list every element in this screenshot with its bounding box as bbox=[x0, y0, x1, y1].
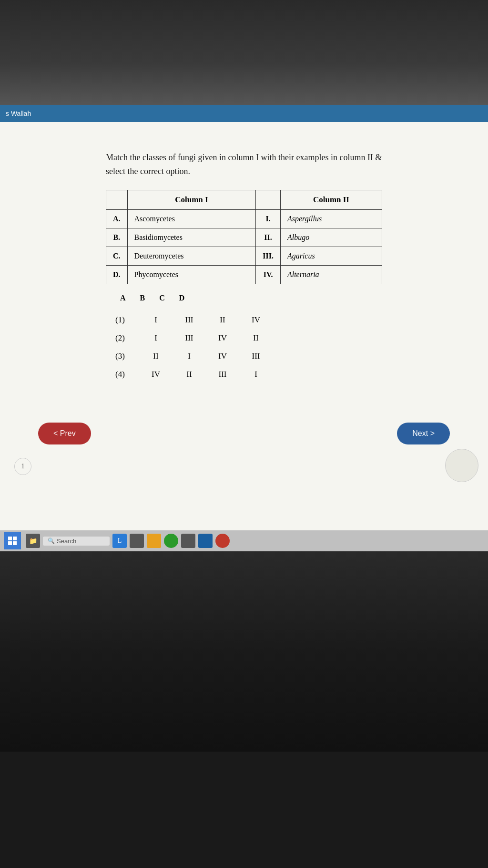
question-container: Match the classes of fungi given in colu… bbox=[96, 141, 392, 413]
svg-rect-1 bbox=[13, 537, 17, 540]
row-num: IV. bbox=[256, 265, 281, 284]
browser-bar: s Wallah bbox=[0, 105, 488, 122]
abcd-row: A B C D bbox=[120, 294, 382, 302]
taskbar-app-icon4[interactable] bbox=[147, 534, 161, 548]
option-row-2[interactable]: (2) I III IV II bbox=[115, 330, 382, 346]
question-text: Match the classes of fungi given in colu… bbox=[106, 151, 382, 178]
table-header-col2: Column II bbox=[280, 190, 382, 209]
row-num: I. bbox=[256, 209, 281, 228]
content-area: Match the classes of fungi given in colu… bbox=[0, 122, 488, 551]
option-val-c: IV bbox=[213, 330, 232, 346]
option-val-d: I bbox=[246, 366, 265, 382]
right-decoration bbox=[445, 449, 478, 482]
option-number: (3) bbox=[115, 348, 132, 364]
row-col2: Agaricus bbox=[280, 247, 382, 265]
table-row: C. Deuteromycetes III. Agaricus bbox=[106, 247, 382, 265]
row-letter: C. bbox=[106, 247, 128, 265]
next-button[interactable]: Next > bbox=[397, 423, 450, 444]
col-b-label: B bbox=[140, 294, 145, 302]
taskbar-app-icon5[interactable] bbox=[164, 534, 178, 548]
top-dark-area bbox=[0, 0, 488, 105]
taskbar-app-icon3[interactable] bbox=[130, 534, 144, 548]
option-val-c: III bbox=[213, 366, 232, 382]
option-row-4[interactable]: (4) IV II III I bbox=[115, 366, 382, 382]
option-val-d: II bbox=[246, 330, 265, 346]
row-col2: Aspergillus bbox=[280, 209, 382, 228]
option-val-a: I bbox=[146, 312, 165, 328]
table-header-blank2 bbox=[256, 190, 281, 209]
col-a-label: A bbox=[120, 294, 126, 302]
taskbar-search-box[interactable]: 🔍 Search bbox=[43, 537, 110, 546]
search-icon: 🔍 bbox=[48, 537, 55, 545]
option-val-a: I bbox=[146, 330, 165, 346]
row-col1: Phycomycetes bbox=[127, 265, 256, 284]
nav-buttons: < Prev Next > bbox=[0, 413, 488, 454]
option-row-1[interactable]: (1) I III II IV bbox=[115, 312, 382, 328]
svg-rect-3 bbox=[13, 541, 17, 545]
taskbar-app-icon6[interactable] bbox=[181, 534, 195, 548]
option-val-c: IV bbox=[213, 348, 232, 364]
prev-label: < Prev bbox=[53, 429, 76, 438]
row-col2: Albugo bbox=[280, 228, 382, 247]
table-row: B. Basidiomycetes II. Albugo bbox=[106, 228, 382, 247]
taskbar-app-icon1[interactable]: 📁 bbox=[26, 534, 40, 548]
option-val-b: III bbox=[180, 312, 199, 328]
next-label: Next > bbox=[412, 429, 435, 438]
match-table: Column I Column II A. Ascomycetes I. Asp… bbox=[106, 190, 382, 284]
col-c-label: C bbox=[159, 294, 165, 302]
table-header-blank bbox=[106, 190, 128, 209]
option-number: (4) bbox=[115, 366, 132, 382]
prev-button[interactable]: < Prev bbox=[38, 423, 91, 444]
option-val-a: IV bbox=[146, 366, 165, 382]
page-number: 1 bbox=[14, 458, 31, 475]
row-num: II. bbox=[256, 228, 281, 247]
row-col1: Ascomycetes bbox=[127, 209, 256, 228]
row-col1: Basidiomycetes bbox=[127, 228, 256, 247]
options-container: (1) I III II IV (2) I III IV II (3) II I… bbox=[115, 312, 382, 382]
option-val-b: II bbox=[180, 366, 199, 382]
svg-rect-2 bbox=[8, 541, 12, 545]
option-val-b: I bbox=[180, 348, 199, 364]
option-val-b: III bbox=[180, 330, 199, 346]
taskbar: 📁 🔍 Search L bbox=[0, 530, 488, 551]
taskbar-app-icon2[interactable]: L bbox=[112, 534, 127, 548]
option-val-a: II bbox=[146, 348, 165, 364]
option-val-d: IV bbox=[246, 312, 265, 328]
option-row-3[interactable]: (3) II I IV III bbox=[115, 348, 382, 364]
option-val-d: III bbox=[246, 348, 265, 364]
windows-icon[interactable] bbox=[4, 532, 21, 549]
taskbar-app-icon8[interactable] bbox=[215, 534, 230, 548]
option-val-c: II bbox=[213, 312, 232, 328]
search-label: Search bbox=[57, 537, 76, 545]
row-letter: A. bbox=[106, 209, 128, 228]
table-header-col1: Column I bbox=[127, 190, 256, 209]
row-col2: Alternaria bbox=[280, 265, 382, 284]
svg-rect-0 bbox=[8, 537, 12, 540]
table-row: D. Phycomycetes IV. Alternaria bbox=[106, 265, 382, 284]
taskbar-app-icon7[interactable] bbox=[198, 534, 213, 548]
option-number: (1) bbox=[115, 312, 132, 328]
table-row: A. Ascomycetes I. Aspergillus bbox=[106, 209, 382, 228]
col-d-label: D bbox=[179, 294, 185, 302]
browser-title: s Wallah bbox=[6, 110, 31, 117]
row-letter: B. bbox=[106, 228, 128, 247]
row-col1: Deuteromycetes bbox=[127, 247, 256, 265]
row-letter: D. bbox=[106, 265, 128, 284]
row-num: III. bbox=[256, 247, 281, 265]
bottom-dark-area bbox=[0, 551, 488, 752]
option-number: (2) bbox=[115, 330, 132, 346]
